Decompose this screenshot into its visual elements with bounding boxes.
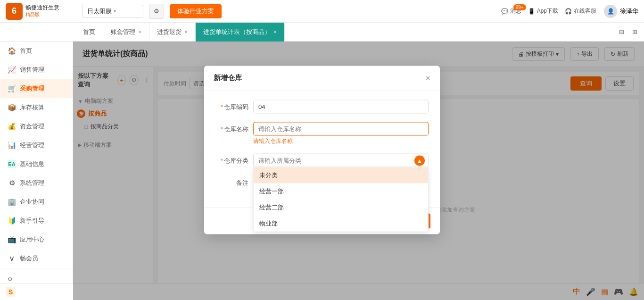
modal-title: 新增仓库 <box>214 74 242 83</box>
home-icon: 🏠 <box>8 47 16 55</box>
logo-icon: 6 <box>6 3 23 20</box>
sidebar-item-finance[interactable]: 💰 资金管理 <box>0 117 73 136</box>
modal-header: 新增仓库 × <box>204 66 440 91</box>
tab-home-label: 首页 <box>83 28 95 36</box>
app-download-icon: 📱 <box>528 8 535 15</box>
bottom-left: S <box>6 287 16 297</box>
sidebar-member-label: 畅会员 <box>20 254 38 263</box>
code-label: *仓库编码 <box>215 100 248 111</box>
trial-button[interactable]: 体验行业方案 <box>170 4 222 18</box>
message-icon: 💬 <box>501 8 508 15</box>
name-input[interactable] <box>253 122 429 136</box>
form-row-name: *仓库名称 请输入仓库名称 <box>215 122 429 145</box>
topbar-icons: 💬 消息 99+ 📱 App下载 🎧 在线客服 <box>501 7 596 15</box>
basic-icon: EA <box>8 160 16 168</box>
user-name: 徐泽华 <box>620 7 638 16</box>
operation-icon: 📊 <box>8 141 16 150</box>
purchase-icon: 🛒 <box>8 84 16 93</box>
sidebar-operation-label: 经营管理 <box>20 141 44 150</box>
form-row-code: *仓库编码 <box>215 100 429 114</box>
sidebar-basic-label: 基础信息 <box>20 160 44 168</box>
store-selector[interactable]: 日太阳膜 ▾ <box>82 5 143 18</box>
guide-icon: 🔰 <box>8 217 16 225</box>
dropdown-option-uncategorized[interactable]: 未分类 <box>254 167 428 183</box>
tab-account-label: 账套管理 <box>111 28 135 36</box>
settings-button[interactable]: ⚙ <box>149 4 164 19</box>
settings-bottom-icon: ⚙ <box>8 276 13 283</box>
tab-purchase-stats-close[interactable]: × <box>273 29 277 35</box>
sidebar-item-system[interactable]: ⚙ 系统管理 <box>0 174 73 192</box>
sidebar-inventory-label: 库存核算 <box>20 103 44 112</box>
tab-purchase-return-label: 进货退货 <box>157 28 182 36</box>
sidebar-item-home[interactable]: 🏠 首页 <box>0 42 73 60</box>
sidebar-item-guide[interactable]: 🔰 新手引导 <box>0 211 73 230</box>
tab-purchase-stats-label: 进货单统计表（按商品） <box>203 28 271 36</box>
tab-home[interactable]: 首页 <box>75 23 103 42</box>
member-icon: V <box>8 254 16 263</box>
store-name: 日太阳膜 <box>87 7 112 16</box>
topbar: 6 畅捷通好生意 精品版 日太阳膜 ▾ ⚙ 体验行业方案 💬 消息 99+ 📱 … <box>0 0 644 23</box>
s-logo: S <box>6 287 16 297</box>
app-download-label: App下载 <box>537 7 558 15</box>
sidebar-item-purchase[interactable]: 🛒 采购管理 <box>0 79 73 98</box>
tab-purchase-return-close[interactable]: × <box>184 29 188 35</box>
headset-icon: 🎧 <box>565 8 572 15</box>
dropdown-arrow-button[interactable]: ▲ <box>414 155 425 166</box>
dropdown-option-op3[interactable]: 物业部 <box>254 216 428 232</box>
add-warehouse-modal: 新增仓库 × *仓库编码 *仓库名称 请输入仓库名称 *仓库分类 <box>204 66 440 234</box>
category-label: *仓库分类 <box>215 154 248 165</box>
tab-purchase-stats[interactable]: 进货单统计表（按商品） × <box>196 23 285 42</box>
sidebar-purchase-label: 采购管理 <box>20 84 44 93</box>
tab-maximize-button[interactable]: ⊞ <box>629 26 640 38</box>
sidebar: 🏠 首页 📈 销售管理 🛒 采购管理 📦 库存核算 💰 资金管理 📊 经营管理 … <box>0 42 73 300</box>
inventory-icon: 📦 <box>8 103 16 112</box>
topbar-right: 💬 消息 99+ 📱 App下载 🎧 在线客服 👤 徐泽华 <box>501 5 638 18</box>
logo-area: 6 畅捷通好生意 精品版 <box>6 3 76 20</box>
name-error-tip: 请输入仓库名称 <box>253 137 429 145</box>
sidebar-system-label: 系统管理 <box>20 179 44 187</box>
sidebar-item-inventory[interactable]: 📦 库存核算 <box>0 98 73 117</box>
sidebar-sales-label: 销售管理 <box>20 66 44 74</box>
sidebar-item-basic[interactable]: EA 基础信息 <box>0 155 73 174</box>
tab-account[interactable]: 账套管理 × <box>103 23 149 42</box>
message-button[interactable]: 💬 消息 99+ <box>501 7 521 15</box>
store-dropdown-arrow-icon: ▾ <box>114 8 116 14</box>
app-download-button[interactable]: 📱 App下载 <box>528 7 558 15</box>
tab-purchase-return[interactable]: 进货退货 × <box>149 23 196 42</box>
sidebar-apps-label: 应用中心 <box>20 235 44 244</box>
system-icon: ⚙ <box>8 179 16 187</box>
sidebar-item-apps[interactable]: 📺 应用中心 <box>0 230 73 249</box>
brand-sub: 精品版 <box>25 11 59 18</box>
tab-account-close[interactable]: × <box>138 29 141 35</box>
sidebar-item-enterprise[interactable]: 🏢 企业协同 <box>0 192 73 211</box>
modal-close-button[interactable]: × <box>425 74 430 82</box>
finance-icon: 💰 <box>8 122 16 131</box>
message-badge: 99+ <box>513 4 526 10</box>
sidebar-item-member[interactable]: V 畅会员 <box>0 249 73 268</box>
sidebar-guide-label: 新手引导 <box>20 217 44 225</box>
user-info[interactable]: 👤 徐泽华 <box>604 5 638 18</box>
sidebar-finance-label: 资金管理 <box>20 122 44 131</box>
category-dropdown-wrap: ▲ 未分类 经营一部 经营二部 物业部 <box>253 154 429 167</box>
code-input[interactable] <box>253 100 429 114</box>
category-input[interactable] <box>253 154 429 167</box>
brand-name: 畅捷通好生意 <box>25 4 59 12</box>
gear-icon: ⚙ <box>154 8 159 15</box>
note-label: 备注 <box>215 176 248 187</box>
dropdown-option-op2[interactable]: 经营二部 <box>254 200 428 216</box>
online-service-button[interactable]: 🎧 在线客服 <box>565 7 596 15</box>
dropdown-option-op1[interactable]: 经营一部 <box>254 183 428 200</box>
sales-icon: 📈 <box>8 66 16 74</box>
sidebar-item-operation[interactable]: 📊 经营管理 <box>0 136 73 155</box>
online-service-label: 在线客服 <box>574 7 596 15</box>
form-row-category: *仓库分类 ▲ 未分类 经营一部 经营二部 物业部 <box>215 154 429 167</box>
name-label: *仓库名称 <box>215 122 248 133</box>
sidebar-item-sales[interactable]: 📈 销售管理 <box>0 60 73 79</box>
user-avatar: 👤 <box>604 5 617 18</box>
category-dropdown-list: 未分类 经营一部 经营二部 物业部 <box>253 167 429 232</box>
tab-minimize-button[interactable]: ⊟ <box>616 26 627 38</box>
modal-body: *仓库编码 *仓库名称 请输入仓库名称 *仓库分类 ▲ 未分类 <box>204 91 440 208</box>
enterprise-icon: 🏢 <box>8 198 16 206</box>
sidebar-enterprise-label: 企业协同 <box>20 198 44 206</box>
sidebar-home-label: 首页 <box>20 47 32 55</box>
